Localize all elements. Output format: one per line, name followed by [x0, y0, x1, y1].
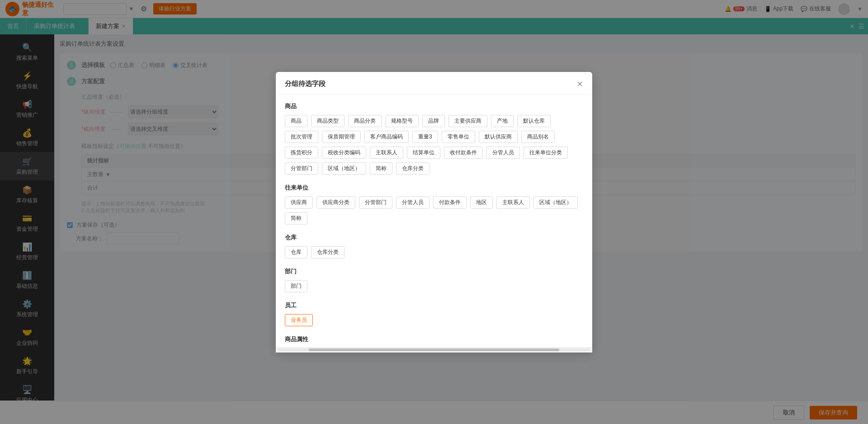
tag-supplier-category[interactable]: 供应商分类	[316, 196, 355, 209]
dialog-title: 分组待选字段	[285, 80, 326, 88]
tag-expiry-mgmt[interactable]: 保质期管理	[322, 131, 361, 143]
section-counterpart-title: 往来单位	[285, 184, 583, 192]
tag-batch-mgmt[interactable]: 批次管理	[285, 131, 318, 143]
tag-product-alias[interactable]: 商品别名	[521, 131, 555, 143]
section-warehouse: 仓库 仓库 仓库分类	[285, 233, 583, 258]
tag-origin[interactable]: 产地	[491, 115, 514, 127]
tag-main-contact-counterpart[interactable]: 主联系人	[496, 196, 530, 209]
tag-pick-points[interactable]: 拣货积分	[285, 147, 318, 159]
tag-default-warehouse[interactable]: 默认仓库	[517, 115, 551, 127]
tag-dept-counterpart[interactable]: 分管部门	[359, 196, 392, 209]
dialog-horizontal-scrollbar[interactable]	[276, 347, 592, 353]
tag-supervisor-counterpart[interactable]: 分管人员	[396, 196, 429, 209]
tag-retail-unit[interactable]: 零售单位	[442, 131, 475, 143]
section-employee-tags: 业务员	[285, 314, 583, 326]
section-employee: 员工 业务员	[285, 301, 583, 326]
tag-settle-unit[interactable]: 结算单位	[407, 147, 440, 159]
tag-abbr-product[interactable]: 简称	[370, 162, 392, 175]
tag-tax-code[interactable]: 税收分类编码	[322, 147, 366, 159]
tag-salesperson[interactable]: 业务员	[285, 314, 313, 326]
tag-warehouse-category-product[interactable]: 仓库分类	[396, 162, 429, 175]
tag-payment-condition[interactable]: 付款条件	[433, 196, 467, 209]
tag-payment-terms[interactable]: 收付款条件	[444, 147, 483, 159]
section-employee-title: 员工	[285, 301, 583, 310]
section-warehouse-tags: 仓库 仓库分类	[285, 246, 583, 258]
tag-product-type[interactable]: 商品类型	[311, 115, 344, 127]
section-dept-tags: 部门	[285, 280, 583, 292]
dialog-body[interactable]: 商品 商品 商品类型 商品分类 规格型号 品牌 主要供应商 产地 默认仓库 批次…	[276, 95, 592, 347]
hscroll-thumb	[309, 348, 559, 351]
tag-warehouse-category[interactable]: 仓库分类	[311, 246, 344, 258]
tag-main-supplier[interactable]: 主要供应商	[448, 115, 487, 127]
tag-district[interactable]: 地区	[470, 196, 493, 209]
tag-dept-product[interactable]: 分管部门	[285, 162, 318, 175]
section-product-attr-title: 商品属性	[285, 335, 583, 343]
tag-product-category[interactable]: 商品分类	[348, 115, 382, 127]
section-dept: 部门 部门	[285, 267, 583, 292]
tag-main-contact[interactable]: 主联系人	[370, 147, 403, 159]
section-product: 商品 商品 商品类型 商品分类 规格型号 品牌 主要供应商 产地 默认仓库 批次…	[285, 102, 583, 175]
tag-region-product[interactable]: 区域（地区）	[322, 162, 366, 175]
tag-default-supplier[interactable]: 默认供应商	[479, 131, 518, 143]
tag-warehouse[interactable]: 仓库	[285, 246, 307, 258]
tag-counterpart-category[interactable]: 往来单位分类	[524, 147, 568, 159]
tag-supervisor[interactable]: 分管人员	[486, 147, 520, 159]
tag-brand[interactable]: 品牌	[422, 115, 445, 127]
tag-customer-code[interactable]: 客户商品编码	[364, 131, 409, 143]
tag-dept[interactable]: 部门	[285, 280, 307, 292]
section-warehouse-title: 仓库	[285, 233, 583, 242]
hscroll-track	[278, 348, 590, 351]
section-product-tags: 商品 商品类型 商品分类 规格型号 品牌 主要供应商 产地 默认仓库 批次管理 …	[285, 115, 583, 175]
dialog-close-button[interactable]: ✕	[576, 79, 583, 89]
tag-supplier[interactable]: 供应商	[285, 196, 313, 209]
section-counterpart-tags: 供应商 供应商分类 分管部门 分管人员 付款条件 地区 主联系人 区域（地区） …	[285, 196, 583, 224]
tag-region-counterpart[interactable]: 区域（地区）	[533, 196, 578, 209]
dialog-header: 分组待选字段 ✕	[276, 72, 592, 95]
tag-spec-model[interactable]: 规格型号	[385, 115, 419, 127]
section-product-attr: 商品属性 属性 颜色 多规格 尺码 鞋码 1	[285, 335, 583, 347]
tag-product[interactable]: 商品	[285, 115, 307, 127]
overlay: 分组待选字段 ✕ 商品 商品 商品类型 商品分类 规格型号 品牌 主要供应商 产…	[0, 0, 868, 424]
section-counterpart: 往来单位 供应商 供应商分类 分管部门 分管人员 付款条件 地区 主联系人 区域…	[285, 184, 583, 224]
section-product-title: 商品	[285, 102, 583, 110]
tag-abbr-counterpart[interactable]: 简称	[285, 212, 307, 224]
dialog: 分组待选字段 ✕ 商品 商品 商品类型 商品分类 规格型号 品牌 主要供应商 产…	[276, 72, 592, 353]
tag-weight3[interactable]: 重量3	[412, 131, 438, 143]
section-dept-title: 部门	[285, 267, 583, 276]
